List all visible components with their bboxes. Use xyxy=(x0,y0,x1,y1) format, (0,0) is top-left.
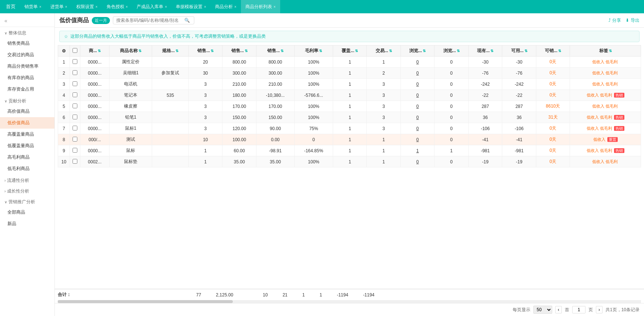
cell-checkbox[interactable] xyxy=(70,90,80,101)
sidebar-item-high-value[interactable]: 高价值商品 xyxy=(0,106,54,117)
th-coverage[interactable]: 覆盖...⇅ xyxy=(333,45,366,57)
nav-stock-in[interactable]: 产成品入库单 × xyxy=(132,0,171,13)
page-number-input[interactable] xyxy=(572,306,586,313)
sidebar-item-stock-funds[interactable]: 库存资金占用 xyxy=(0,84,54,95)
th-trade[interactable]: 交易...⇅ xyxy=(367,45,400,57)
cell-browse1[interactable]: 0 xyxy=(400,57,434,68)
sidebar-group-overall[interactable]: ∨ 整体信息 xyxy=(0,27,54,38)
sidebar-item-sales-goods[interactable]: 销售类商品 xyxy=(0,38,54,49)
th-current[interactable]: 现有...⇅ xyxy=(468,45,502,57)
cell-checkbox[interactable] xyxy=(70,112,80,123)
nav-roles[interactable]: 角色授权 × xyxy=(102,0,133,13)
cell-browse1[interactable]: 0 xyxy=(400,68,434,79)
cell-checkbox[interactable] xyxy=(70,134,80,145)
cell-browse1[interactable]: 0 xyxy=(400,123,434,134)
sidebar-item-high-coverage[interactable]: 高覆盖量商品 xyxy=(0,129,54,140)
scrollbar-thumb[interactable] xyxy=(58,300,233,303)
th-spec[interactable]: 规格...⇅ xyxy=(152,45,188,57)
tag-label: 低收入 xyxy=(593,137,606,142)
row-checkbox[interactable] xyxy=(73,137,77,142)
nav-home[interactable]: 首页 xyxy=(1,0,20,13)
nav-close-template[interactable]: × xyxy=(204,5,206,9)
nav-purchase[interactable]: 进货单 × xyxy=(46,0,72,13)
cell-name: 电话机 xyxy=(109,79,152,90)
sidebar-item-all-goods[interactable]: 全部商品 xyxy=(0,207,54,218)
nav-analysis-list[interactable]: 商品分析列表 × xyxy=(241,0,280,13)
share-button[interactable]: ⤴ 分享 xyxy=(608,17,621,24)
th-margin[interactable]: 毛利率⇅ xyxy=(294,45,333,57)
nav-close-stock-in[interactable]: × xyxy=(165,5,167,9)
nav-close-roles[interactable]: × xyxy=(126,5,128,9)
row-checkbox[interactable] xyxy=(73,70,77,75)
row-checkbox[interactable] xyxy=(73,103,77,108)
nav-permissions[interactable]: 权限设置 × xyxy=(72,0,102,13)
sidebar-item-category-sales[interactable]: 商品分类销售率 xyxy=(0,61,54,72)
next-page-btn[interactable]: › xyxy=(596,306,603,313)
cell-browse1[interactable]: 0 xyxy=(400,112,434,123)
nav-sales[interactable]: 销货单 × xyxy=(20,0,46,13)
cell-checkbox[interactable] xyxy=(70,68,80,79)
sidebar-item-low-margin[interactable]: 低毛利商品 xyxy=(0,163,54,174)
cell-browse1[interactable]: 0 xyxy=(400,79,434,90)
nav-close-sales[interactable]: × xyxy=(39,5,41,9)
row-checkbox[interactable] xyxy=(73,126,77,130)
per-page-select[interactable]: 50 100 200 xyxy=(533,306,552,314)
th-sellable[interactable]: 可销...⇅ xyxy=(536,45,570,57)
cell-checkbox[interactable] xyxy=(70,79,80,90)
horizontal-scrollbar[interactable] xyxy=(58,300,641,303)
nav-close-analysis-list[interactable]: × xyxy=(274,5,276,9)
sidebar-group-circulation[interactable]: › 流通性分析 xyxy=(0,174,54,185)
row-checkbox[interactable] xyxy=(73,159,77,164)
cell-browse1[interactable]: 0 xyxy=(400,90,434,101)
nav-close-analysis[interactable]: × xyxy=(234,5,237,9)
cell-checkbox[interactable] xyxy=(70,123,80,134)
nav-close-permissions[interactable]: × xyxy=(95,5,98,9)
sidebar-item-stock-goods[interactable]: 有库存的商品 xyxy=(0,72,54,84)
export-button[interactable]: ⬇ 导出 xyxy=(625,17,640,24)
th-browse1[interactable]: 浏览...⇅ xyxy=(400,45,434,57)
th-sales3[interactable]: 销售...⇅ xyxy=(256,45,294,57)
th-checkbox[interactable] xyxy=(70,45,80,57)
cell-checkbox[interactable] xyxy=(70,156,80,167)
sidebar-group-marketing[interactable]: ∨ 营销推广分析 xyxy=(0,196,54,207)
cell-tags: 低收入低毛利 xyxy=(570,57,641,68)
sidebar-item-low-coverage[interactable]: 低覆盖量商品 xyxy=(0,140,54,152)
sidebar-item-new-goods[interactable]: 新品 xyxy=(0,218,54,230)
cell-browse1[interactable]: 0 xyxy=(400,156,434,167)
cell-browse1[interactable]: 0 xyxy=(400,134,434,145)
th-code[interactable]: 商...⇅ xyxy=(80,45,110,57)
sidebar-item-low-value[interactable]: 低价值商品 xyxy=(0,117,54,129)
th-sales2[interactable]: 销售...⇅ xyxy=(222,45,256,57)
cell-checkbox[interactable] xyxy=(70,101,80,112)
sidebar-collapse-btn[interactable]: « xyxy=(3,16,9,25)
search-icon[interactable]: 🔍 xyxy=(184,18,190,23)
row-checkbox[interactable] xyxy=(73,115,77,119)
cell-browse1[interactable]: 0 xyxy=(400,101,434,112)
row-checkbox[interactable] xyxy=(73,59,77,64)
th-sales1[interactable]: 销售...⇅ xyxy=(188,45,222,57)
th-browse2[interactable]: 浏览...⇅ xyxy=(435,45,468,57)
th-available[interactable]: 可用...⇅ xyxy=(502,45,536,57)
nav-close-purchase[interactable]: × xyxy=(65,5,67,9)
cell-trade: 3 xyxy=(367,90,400,101)
sidebar-item-traded-goods[interactable]: 交易过的商品 xyxy=(0,49,54,61)
row-checkbox[interactable] xyxy=(73,92,77,97)
cell-checkbox[interactable] xyxy=(70,145,80,156)
cell-browse1[interactable]: 1 xyxy=(400,145,434,156)
sidebar-group-contribution[interactable]: ∨ 贡献分析 xyxy=(0,95,54,106)
row-checkbox[interactable] xyxy=(73,81,77,86)
th-tags[interactable]: 标签⇅ xyxy=(570,45,641,57)
search-input[interactable] xyxy=(116,18,183,23)
sidebar-group-growth[interactable]: › 成长性分析 xyxy=(0,185,54,196)
search-box[interactable]: 🔍 xyxy=(113,16,194,24)
select-all-checkbox[interactable] xyxy=(73,48,77,53)
row-checkbox[interactable] xyxy=(73,148,77,153)
nav-template[interactable]: 单据模板设置 × xyxy=(171,0,211,13)
th-name[interactable]: 商品名称⇅ xyxy=(109,45,152,57)
first-page-btn[interactable]: ‹ xyxy=(555,306,562,313)
cell-checkbox[interactable] xyxy=(70,57,80,68)
date-badge[interactable]: 近一月 xyxy=(92,17,110,24)
sidebar-item-high-margin[interactable]: 高毛利商品 xyxy=(0,152,54,163)
nav-analysis[interactable]: 商品分析 × xyxy=(211,0,241,13)
th-gear[interactable]: ⚙ xyxy=(58,45,70,57)
